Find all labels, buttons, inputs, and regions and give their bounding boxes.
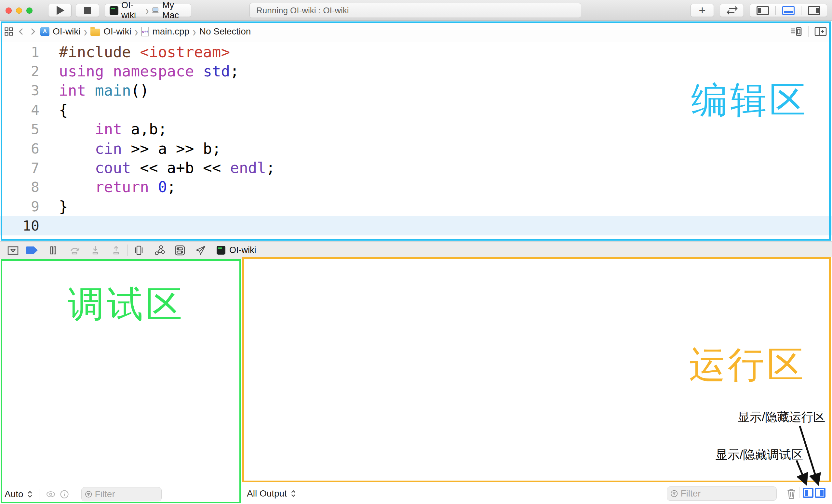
code-line[interactable]: 5 int a,b; [0,120,832,139]
navigator-panel-icon [757,6,769,15]
variables-filter-input[interactable] [95,489,158,500]
step-into-button[interactable] [90,245,101,256]
console-filter-input[interactable] [680,488,773,499]
toggle-inspector-button[interactable] [801,6,827,15]
editor-arrows-button[interactable] [720,4,744,17]
divider [808,26,809,37]
divider [799,487,800,498]
toggle-navigator-button[interactable] [750,6,776,15]
line-number[interactable]: 2 [0,63,44,79]
toggle-console-view-button[interactable] [815,488,826,498]
scheme-selector[interactable]: OI-wiki › My Mac [105,4,191,17]
chevron-separator-icon: › [135,24,138,38]
step-over-button[interactable] [69,245,81,256]
line-number[interactable]: 9 [0,198,44,215]
target-app-icon [110,6,119,15]
code-line[interactable]: 8 return 0; [0,178,832,197]
my-mac-icon [152,6,159,15]
divider [212,244,212,256]
project-icon: A [40,27,49,36]
minimize-window-button[interactable] [16,7,22,14]
breakpoints-button[interactable] [26,246,38,254]
close-window-button[interactable] [5,7,12,14]
cpp-file-icon: c++ [141,27,149,36]
forward-icon[interactable] [29,27,37,36]
step-out-button[interactable] [111,245,122,256]
code-line[interactable]: 9} [0,197,832,216]
code-text: return 0; [44,178,176,196]
quicklook-eye-icon[interactable] [45,489,56,499]
zoom-window-button[interactable] [26,7,32,14]
divider [39,489,40,500]
step-over-icon [69,245,81,256]
add-editor-icon[interactable] [814,26,827,37]
variables-scope-dropdown[interactable]: Auto [4,489,23,500]
line-number[interactable]: 10 [0,217,44,234]
code-line[interactable]: 7 cout << a+b << endl; [0,158,832,177]
environment-overrides-button[interactable] [174,245,186,256]
breadcrumb-folder[interactable]: OI-wiki [103,26,131,37]
pause-button[interactable] [48,245,58,256]
stop-icon [84,7,91,14]
line-number[interactable]: 7 [0,160,44,176]
console-scope-dropdown[interactable]: All Output [247,488,287,499]
line-number[interactable]: 5 [0,121,44,137]
code-line[interactable]: 4{ [0,100,832,120]
line-number[interactable]: 8 [0,179,44,195]
play-icon [57,6,64,15]
variables-filter-field[interactable] [81,487,162,501]
run-button[interactable] [48,4,72,17]
debug-toolbar: OI-wiki [0,241,832,259]
debug-pane-toolbar: Auto [0,486,242,502]
code-line[interactable]: 2using namespace std; [0,61,832,81]
step-out-icon [111,245,122,256]
code-text: cout << a+b << endl; [44,159,275,177]
process-name[interactable]: OI-wiki [229,245,256,255]
filter-icon [670,489,678,498]
jump-bar: A OI-wiki › OI-wiki › c++ main.cpp › No … [0,21,832,42]
code-line[interactable]: 6 cin >> a >> b; [0,139,832,158]
view-hierarchy-button[interactable] [133,245,145,256]
code-editor[interactable]: 1#include <iostream>2using namespace std… [0,42,832,241]
updown-chevron-icon[interactable] [27,490,33,499]
console-toolbar: All Output [242,483,832,504]
code-line[interactable]: 10 [0,216,832,235]
debug-variables-pane[interactable] [0,259,242,504]
scheme-target: OI-wiki [121,0,142,21]
library-add-button[interactable]: + [691,4,714,17]
scheme-destination: My Mac [162,0,186,21]
toggle-variables-view-button[interactable] [803,488,813,498]
filter-icon [85,490,92,499]
updown-chevron-icon[interactable] [290,489,296,498]
dock-debug-area-icon [7,245,19,256]
code-line[interactable]: 1#include <iostream> [0,42,832,61]
simulate-location-icon [195,245,207,256]
trash-icon[interactable] [785,487,797,500]
stop-button[interactable] [76,4,99,17]
related-items-icon[interactable] [4,27,14,36]
chevron-separator-icon: › [84,24,87,38]
console-filter-field[interactable] [667,486,777,501]
code-text: #include <iostream> [44,43,230,61]
dock-debug-area-button[interactable] [7,245,19,256]
simulate-location-button[interactable] [195,245,207,256]
code-text: using namespace std; [44,62,239,80]
breadcrumb-project[interactable]: OI-wiki [53,26,81,37]
console-pane[interactable] [242,257,832,504]
code-text: int main() [44,82,149,99]
toggle-debug-area-button[interactable] [776,6,801,15]
line-number[interactable]: 3 [0,82,44,99]
environment-overrides-icon [174,245,186,256]
breadcrumb-file[interactable]: main.cpp [152,26,189,37]
chevron-separator-icon: › [192,24,196,38]
breadcrumb-selection[interactable]: No Selection [199,26,251,37]
line-number[interactable]: 1 [0,44,44,60]
code-line[interactable]: 3int main() [0,81,832,100]
line-number[interactable]: 6 [0,140,44,157]
adjust-editor-icon[interactable] [791,26,802,37]
line-number[interactable]: 4 [0,102,44,118]
memory-graph-button[interactable] [154,245,165,256]
info-icon[interactable] [59,489,69,499]
back-icon[interactable] [17,27,25,36]
window-titlebar: OI-wiki › My Mac Running OI-wiki : OI-wi… [0,0,832,21]
